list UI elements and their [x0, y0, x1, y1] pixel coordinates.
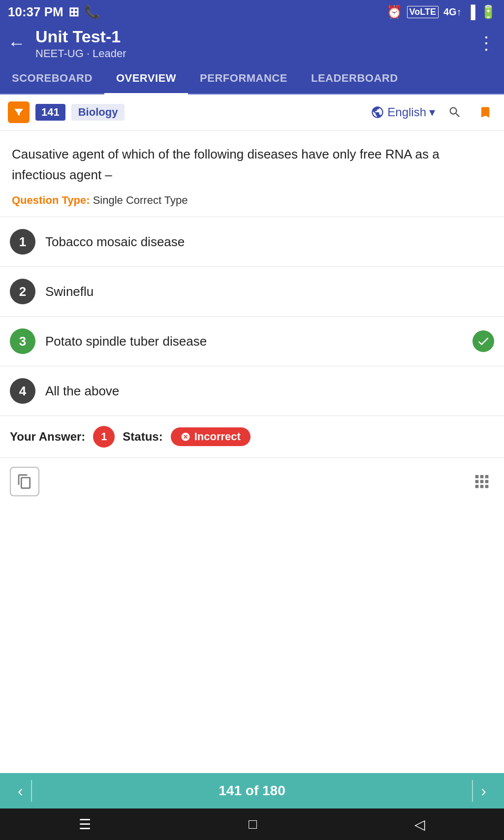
option-2-text: Swineflu — [45, 284, 494, 299]
tab-scoreboard[interactable]: SCOREBOARD — [0, 63, 104, 94]
copy-button[interactable] — [10, 467, 39, 496]
android-menu-button[interactable]: ☰ — [64, 811, 106, 838]
tab-overview[interactable]: OVERVIEW — [104, 63, 188, 94]
option-2[interactable]: 2 Swineflu — [0, 267, 504, 317]
bookmark-button[interactable] — [474, 101, 496, 123]
tab-performance[interactable]: PERFORMANCE — [188, 63, 299, 94]
language-selector[interactable]: English ▾ — [371, 105, 435, 119]
app-bar: ← Unit Test-1 NEET-UG · Leader ⋮ — [0, 24, 504, 63]
time-display: 10:37 PM — [8, 4, 63, 20]
grid-icon: ⊞ — [68, 4, 79, 20]
tab-leaderboard[interactable]: LEADERBOARD — [299, 63, 410, 94]
answer-row: Your Answer: 1 Status: Incorrect — [0, 416, 504, 458]
language-label: English — [387, 105, 426, 119]
bookmark-icon — [478, 105, 492, 119]
filter-bar: 141 Biology English ▾ — [0, 95, 504, 130]
bottom-spacer — [0, 505, 504, 584]
option-3[interactable]: 3 Potato spindle tuber disease — [0, 317, 504, 366]
4g-icon: 4G↑ — [443, 6, 462, 18]
app-bar-subtitle: NEET-UG · Leader — [35, 47, 477, 60]
android-back-button[interactable]: ◁ — [400, 811, 440, 838]
bottom-navigation: ‹ 141 of 180 › ☰ □ ◁ — [0, 773, 504, 840]
incorrect-status-badge: Incorrect — [171, 427, 251, 446]
checkmark-icon — [476, 334, 490, 348]
x-circle-icon — [181, 432, 190, 442]
volte-icon: VoLTE — [407, 6, 439, 18]
option-1[interactable]: 1 Tobacco mosaic disease — [0, 217, 504, 267]
status-label: Status: — [123, 430, 162, 444]
question-type-row: Question Type: Single Correct Type — [12, 194, 492, 207]
question-text: Causative agent of which of the followin… — [12, 144, 492, 185]
pagination-bar: ‹ 141 of 180 › — [0, 773, 504, 808]
correct-check-icon — [472, 330, 494, 352]
dropdown-arrow: ▾ — [429, 105, 435, 119]
pagination-text: 141 of 180 — [32, 783, 472, 799]
copy-icon — [17, 474, 32, 489]
option-4[interactable]: 4 All the above — [0, 366, 504, 416]
globe-icon — [371, 105, 384, 119]
funnel-icon — [13, 106, 25, 118]
option-2-number: 2 — [10, 279, 35, 304]
option-1-text: Tobacco mosaic disease — [45, 234, 494, 250]
option-3-number: 3 — [10, 328, 35, 354]
option-3-text: Potato spindle tuber disease — [45, 334, 472, 349]
question-content: Causative agent of which of the followin… — [0, 130, 504, 217]
battery-icon: 🔋 — [480, 4, 496, 20]
more-options-button[interactable]: ⋮ — [477, 33, 496, 54]
next-button[interactable]: › — [473, 778, 494, 804]
user-answer-badge: 1 — [93, 426, 115, 448]
incorrect-label: Incorrect — [194, 430, 241, 443]
search-icon — [448, 105, 462, 119]
question-type-label: Question Type: — [12, 194, 90, 206]
filter-right: English ▾ — [371, 101, 496, 123]
prev-button[interactable]: ‹ — [10, 778, 31, 804]
alarm-icon: ⏰ — [386, 4, 402, 20]
status-bar-left: 10:37 PM ⊞ 📞 — [8, 4, 100, 20]
option-4-number: 4 — [10, 378, 35, 404]
subject-badge: Biology — [71, 104, 125, 121]
options-list: 1 Tobacco mosaic disease 2 Swineflu 3 Po… — [0, 217, 504, 416]
option-4-text: All the above — [45, 384, 494, 399]
search-button[interactable] — [444, 101, 466, 123]
status-bar-right: ⏰ VoLTE 4G↑ ▐ 🔋 — [386, 4, 496, 20]
action-row — [0, 458, 504, 505]
signal-icon: ▐ — [467, 4, 475, 20]
android-nav-bar: ☰ □ ◁ — [0, 808, 504, 840]
grid-options-button[interactable] — [470, 469, 494, 494]
back-button[interactable]: ← — [8, 33, 26, 54]
filter-left: 141 Biology — [8, 101, 125, 123]
filter-icon-button[interactable] — [8, 101, 30, 123]
android-home-button[interactable]: □ — [234, 811, 272, 837]
question-type-value: Single Correct Type — [93, 194, 188, 206]
app-bar-title-group: Unit Test-1 NEET-UG · Leader — [35, 27, 477, 60]
answer-label: Your Answer: — [10, 430, 85, 444]
grid-icon — [472, 472, 492, 491]
question-number-badge: 141 — [35, 104, 65, 121]
status-bar: 10:37 PM ⊞ 📞 ⏰ VoLTE 4G↑ ▐ 🔋 — [0, 0, 504, 24]
tabs-bar: SCOREBOARD OVERVIEW PERFORMANCE LEADERBO… — [0, 63, 504, 95]
phone-icon: 📞 — [84, 4, 100, 20]
app-bar-title: Unit Test-1 — [35, 27, 477, 46]
option-1-number: 1 — [10, 229, 35, 255]
